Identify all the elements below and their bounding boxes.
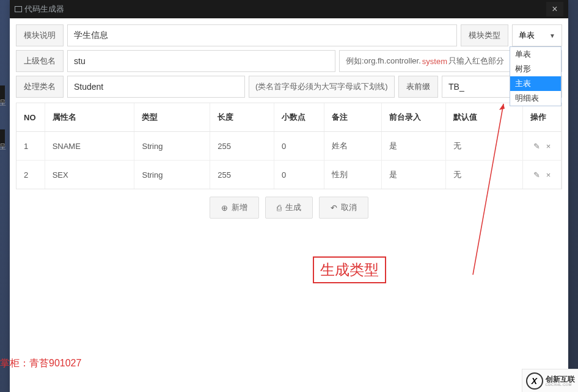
attributes-table: NO 属性名 类型 长度 小数点 备注 前台录入 默认值 操作 1 SNAME bbox=[16, 103, 562, 189]
edit-icon[interactable]: ✎ bbox=[533, 142, 540, 151]
cell-attr: SNAME bbox=[45, 132, 134, 161]
module-desc-input[interactable] bbox=[67, 24, 457, 46]
cell-len: 255 bbox=[210, 161, 274, 189]
cell-default: 无 bbox=[446, 132, 523, 161]
form-row-module: 模块说明 模块类型 单表 ▼ 单表 树形 主表 明细表 bbox=[16, 24, 562, 46]
cell-attr: SEX bbox=[45, 161, 134, 189]
module-type-select[interactable]: 单表 ▼ 单表 树形 主表 明细表 bbox=[512, 24, 562, 46]
th-len: 长度 bbox=[210, 103, 274, 132]
module-type-dropdown: 单表 树形 主表 明细表 bbox=[510, 46, 562, 106]
modal-title-text: 代码生成器 bbox=[24, 4, 64, 15]
cell-remark: 姓名 bbox=[324, 132, 381, 161]
th-attr: 属性名 bbox=[45, 103, 134, 132]
th-dec: 小数点 bbox=[274, 103, 324, 132]
cell-no: 1 bbox=[16, 132, 45, 161]
pkg-hint: 例如:org.fh.controller.system 只输入红色部分 bbox=[339, 50, 511, 72]
pkg-hint-prefix: 例如:org.fh.controller. bbox=[346, 56, 421, 67]
footer-signature: 掌柜：青苔901027 bbox=[0, 357, 81, 370]
dropdown-item-main[interactable]: 主表 bbox=[510, 76, 561, 91]
pkg-hint-suffix: 只输入红色部分 bbox=[448, 56, 504, 67]
th-no: NO bbox=[16, 103, 45, 132]
print-icon: ⎙ bbox=[277, 203, 282, 212]
attributes-table-wrap: NO 属性名 类型 长度 小数点 备注 前台录入 默认值 操作 1 SNAME bbox=[16, 103, 562, 189]
brand-logo: X 创新互联 CDCXHL.COM bbox=[522, 369, 578, 392]
dropdown-item-single[interactable]: 单表 bbox=[510, 47, 561, 62]
cell-type: String bbox=[134, 132, 210, 161]
cell-len: 255 bbox=[210, 132, 274, 161]
logo-text-cn: 创新互联 bbox=[546, 376, 575, 383]
pkg-hint-red: system bbox=[422, 57, 447, 66]
delete-icon[interactable]: × bbox=[546, 170, 551, 180]
cell-dec: 0 bbox=[274, 161, 324, 189]
cell-no: 2 bbox=[16, 161, 45, 189]
class-name-label: 处理类名 bbox=[16, 76, 64, 98]
class-name-input[interactable] bbox=[67, 76, 245, 98]
module-desc-label: 模块说明 bbox=[16, 24, 64, 46]
side-badge-1: 呈 bbox=[0, 85, 5, 103]
form-row-class: 处理类名 (类名首字母必须为大写字母或下划线) 表前缀 bbox=[16, 76, 562, 98]
dropdown-item-detail[interactable]: 明细表 bbox=[510, 91, 561, 106]
plus-icon: ⊕ bbox=[221, 203, 228, 212]
delete-icon[interactable]: × bbox=[546, 142, 551, 151]
module-type-label: 模块类型 bbox=[461, 24, 508, 46]
cell-type: String bbox=[134, 161, 210, 189]
window-icon bbox=[15, 6, 22, 12]
module-type-value: 单表 bbox=[519, 30, 535, 41]
close-button[interactable]: × bbox=[546, 2, 563, 16]
modal-title: 代码生成器 bbox=[15, 4, 64, 15]
add-button[interactable]: ⊕新增 bbox=[210, 197, 259, 219]
th-op: 操作 bbox=[523, 103, 562, 132]
modal-body: 模块说明 模块类型 单表 ▼ 单表 树形 主表 明细表 上级包名 例如:org.… bbox=[10, 18, 568, 225]
callout-generate-type: 生成类型 bbox=[313, 256, 386, 283]
parent-pkg-input[interactable] bbox=[67, 50, 335, 72]
cell-default: 无 bbox=[446, 161, 523, 189]
modal-header: 代码生成器 × bbox=[10, 0, 568, 18]
chevron-down-icon: ▼ bbox=[549, 32, 555, 39]
table-row: 2 SEX String 255 0 性别 是 无 ✎× bbox=[16, 161, 562, 189]
th-type: 类型 bbox=[134, 103, 210, 132]
side-badge-2: 呈 bbox=[0, 129, 5, 147]
back-icon: ↶ bbox=[331, 203, 337, 212]
cell-remark: 性别 bbox=[324, 161, 381, 189]
th-default: 默认值 bbox=[446, 103, 523, 132]
table-prefix-label: 表前缀 bbox=[398, 76, 438, 98]
table-row: 1 SNAME String 255 0 姓名 是 无 ✎× bbox=[16, 132, 562, 161]
cancel-button[interactable]: ↶取消 bbox=[319, 197, 368, 219]
th-remark: 备注 bbox=[324, 103, 381, 132]
generate-button[interactable]: ⎙生成 bbox=[265, 197, 313, 219]
cell-front: 是 bbox=[382, 161, 446, 189]
cell-front: 是 bbox=[382, 132, 446, 161]
toolbar: ⊕新增 ⎙生成 ↶取消 bbox=[16, 197, 562, 219]
cell-dec: 0 bbox=[274, 132, 324, 161]
class-hint: (类名首字母必须为大写字母或下划线) bbox=[249, 76, 395, 98]
edit-icon[interactable]: ✎ bbox=[533, 170, 540, 180]
dropdown-item-tree[interactable]: 树形 bbox=[510, 62, 561, 76]
form-row-package: 上级包名 例如:org.fh.controller.system 只输入红色部分… bbox=[16, 50, 562, 72]
logo-icon: X bbox=[526, 372, 543, 390]
th-front: 前台录入 bbox=[382, 103, 446, 132]
code-generator-modal: 代码生成器 × 模块说明 模块类型 单表 ▼ 单表 树形 主表 明细表 上级包名 bbox=[10, 0, 568, 392]
parent-pkg-label: 上级包名 bbox=[16, 50, 64, 72]
logo-text-en: CDCXHL.COM bbox=[546, 383, 575, 387]
